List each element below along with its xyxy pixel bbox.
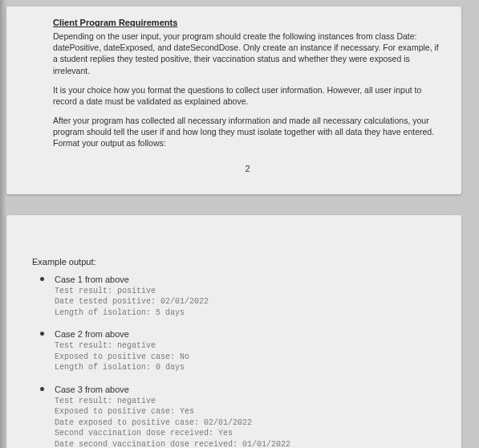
document-viewport: Client Program Requirements Depending on… [0,0,479,448]
case-title: Case 2 from above [55,329,442,339]
case-item: Case 1 from above Test result: positive … [53,271,442,319]
case-title: Case 1 from above [55,275,442,284]
paragraph-requirements-1: Depending on the user input, your progra… [53,31,442,76]
case-title: Case 3 from above [55,385,442,394]
case-item: Case 3 from above Test result: negative … [53,381,442,448]
page-top: Client Program Requirements Depending on… [6,6,461,194]
page-number: 2 [53,164,442,173]
paragraph-requirements-2: It is your choice how you format the que… [53,84,442,107]
page-bottom: Example output: Case 1 from above Test r… [6,215,461,448]
page-gap [6,194,461,215]
case-output: Test result: negative Exposed to positiv… [55,396,442,448]
case-item: Case 2 from above Test result: negative … [53,326,442,373]
example-cases-list: Case 1 from above Test result: positive … [53,271,442,448]
case-output: Test result: negative Exposed to positiv… [55,340,442,373]
case-output: Test result: positive Date tested positi… [55,286,442,319]
section-heading-client-requirements: Client Program Requirements [53,18,442,27]
example-output-heading: Example output: [32,257,442,267]
paragraph-requirements-3: After your program has collected all nec… [53,115,442,149]
